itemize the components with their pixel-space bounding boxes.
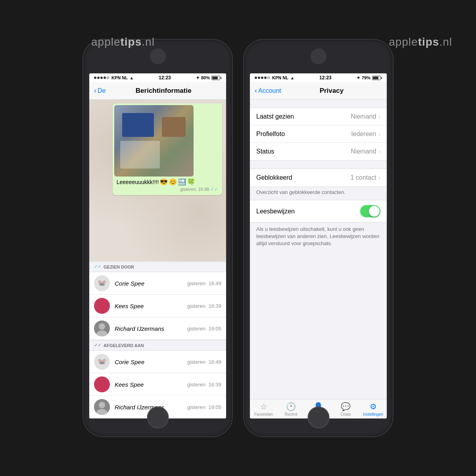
delivered-contact-1: 🐭 Corie Spee gisteren 16:49 [89,351,226,373]
battery-percent-left: 80% [201,75,210,80]
contact-name-richard-seen: Richard IJzermans [115,325,187,332]
seen-check-icon: ✓✓ [94,264,101,269]
privacy-row-lastgezien[interactable]: Laatst gezien Niemand › [250,108,387,125]
status-left-right: KPN NL ▲ [255,75,294,80]
battery-icon-left [211,76,221,80]
privacy-row-profielfoto[interactable]: Profielfoto Iedereen › [250,125,387,143]
blocked-note: Overzicht van geblokkeerde contacten. [250,187,387,200]
carrier-left: KPN NL [111,75,128,80]
back-chevron-left: ‹ [94,86,96,95]
chat-message-text: Leeeeeuuukkk!!!! [117,179,159,185]
battery-percent-right: 79% [362,75,370,80]
privacy-row-leesbewijzen[interactable]: Leesbewijzen [250,200,387,222]
front-camera-right [311,48,326,64]
back-label-right: Account [258,87,281,94]
seen-contact-2: Kees Spee gisteren 16:39 [89,295,226,317]
avatar-corie-seen: 🐭 [94,275,110,291]
emoji-soon: 🔜 [178,178,186,186]
contact-name-kees-seen: Kees Spee [115,303,187,309]
chat-image-detail [120,141,160,169]
value-status: Niemand [351,148,376,155]
tab-icon-recent: 🕐 [286,402,296,411]
carrier-right: KPN NL [272,75,288,80]
chevron-profielfoto: › [378,131,380,137]
label-status: Status [256,148,351,155]
home-button-left[interactable] [147,407,169,428]
wifi-icon-right: ▲ [290,76,294,80]
signal-dot-r1 [255,77,257,79]
contact-name-kees-delivered: Kees Spee [115,381,187,388]
delivered-section-label: AFGELEVERD AAN [104,343,144,348]
back-button-right[interactable]: ‹ Account [255,86,281,95]
tab-icon-chats: 💬 [341,402,351,411]
signal-dot-2 [97,77,100,79]
status-bar-right: KPN NL ▲ 12:23 ✴ 79% [250,73,387,82]
chat-time-left: gisteren, 16:38 [180,187,209,192]
avatar-kees-delivered [94,376,110,392]
phones-container: KPN NL ▲ 12:23 ✴ 80% [83,40,393,436]
signal-dot-4 [104,77,106,79]
time-left: 12:23 [159,75,171,81]
value-lastgezien: Niemand [351,113,376,120]
privacy-row-status[interactable]: Status Niemand › [250,143,387,160]
time-right: 12:23 [319,75,332,81]
nav-title-right: Privacy [305,87,358,95]
leesbewijzen-note: Als u leesbewijzen uitschakelt, kunt u o… [250,223,387,252]
tab-favorieten[interactable]: ☆ Favorieten [250,399,277,418]
leesbewijzen-section: Leesbewijzen [250,200,387,223]
avatar-corie-delivered: 🐭 [94,354,110,370]
avatar-richard-delivered [94,399,110,415]
tab-label-chats: Chats [340,412,351,416]
contact-time-kees-delivered: gisteren 16:39 [187,382,221,388]
delivered-section-header: ✓✓ AFGELEVERD AAN [89,340,226,351]
contact-time-corie-delivered: gisteren 16:49 [187,359,221,365]
nav-title-left: Berichtinformatie [129,87,198,95]
contact-time-kees-seen: gisteren 16:39 [187,303,221,309]
signal-dot-r3 [261,77,263,79]
emoji-smile: 😊 [169,178,177,186]
chat-background-left: Leeeeeuuukkk!!!! 😎 😊 🔜 🍀 gisteren, 16:38… [89,100,226,261]
signal-dot-5 [107,77,109,79]
contact-name-corie-delivered: Corie Spee [115,359,187,365]
status-right-left: ✴ 80% [196,75,221,81]
chevron-lastgezien: › [378,113,380,120]
leesbewijzen-toggle[interactable] [360,205,380,217]
toggle-knob-leesbewijzen [369,206,380,217]
signal-dot-r4 [264,77,267,79]
visibility-section: Laatst gezien Niemand › Profielfoto Iede… [250,107,387,161]
home-button-right[interactable] [307,407,329,428]
read-receipt-check: ✓✓ [210,186,218,192]
value-profielfoto: Iedereen [351,131,376,138]
tab-icon-favorieten: ☆ [260,402,267,411]
blocked-section: Geblokkeerd 1 contact › [250,169,387,187]
tab-icon-instellingen: ⚙ [370,402,377,411]
contact-time-richard-delivered: gisteren 19:05 [187,404,221,410]
label-blocked: Geblokkeerd [256,174,350,181]
chat-image-left [114,105,194,177]
contact-name-corie-seen: Corie Spee [115,280,187,287]
tab-instellingen[interactable]: ⚙ Instellingen [359,399,387,418]
chevron-blocked: › [378,175,380,181]
back-label-left: De [98,87,106,94]
privacy-row-blocked[interactable]: Geblokkeerd 1 contact › [250,169,387,186]
tab-label-instellingen: Instellingen [363,412,383,416]
chat-meta-left: gisteren, 16:38 ✓✓ [114,186,221,194]
bluetooth-icon-left: ✴ [196,75,200,81]
status-right-right: ✴ 79% [357,75,382,81]
signal-dot-3 [100,77,103,79]
seen-contact-3: Richard IJzermans gisteren 19:05 [89,317,226,340]
phone-right: KPN NL ▲ 12:23 ✴ 79% [244,40,393,436]
watermark-right: appletips.nl [389,36,452,48]
gap-top [250,100,387,107]
tab-chats[interactable]: 💬 Chats [332,399,359,418]
chat-text-left: Leeeeeuuukkk!!!! 😎 😊 🔜 🍀 [114,177,221,186]
back-button-left[interactable]: ‹ De [94,86,106,95]
front-camera-left [150,48,166,64]
emoji-clover: 🍀 [187,178,195,186]
signal-dot-1 [94,77,96,79]
contact-time-richard-seen: gisteren 19:05 [187,326,221,332]
tab-recent[interactable]: 🕐 Recent [277,399,305,418]
screen-left: KPN NL ▲ 12:23 ✴ 80% [89,73,226,418]
tab-label-favorieten: Favorieten [254,412,273,416]
privacy-list: Laatst gezien Niemand › Profielfoto Iede… [250,100,387,399]
